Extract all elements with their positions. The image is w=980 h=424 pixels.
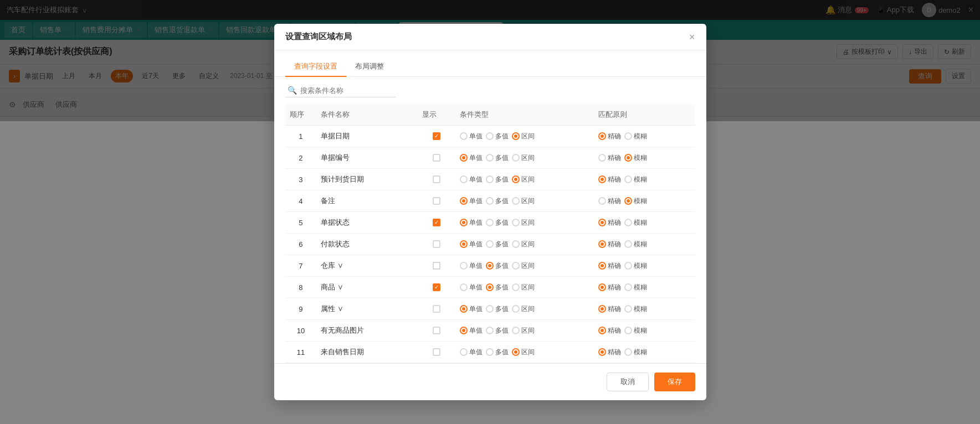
- modal-tab-layout[interactable]: 布局调整: [346, 57, 393, 77]
- col-header-name: 条件名称: [316, 104, 417, 121]
- modal-header: 设置查询区域布局 ×: [274, 24, 706, 50]
- modal-table: 顺序 条件名称 显示 条件类型 匹配原则 1单据日期单值多值区间精确模糊2单据编…: [285, 104, 695, 121]
- col-header-match: 匹配原则: [594, 104, 695, 121]
- modal-dialog: 设置查询区域布局 × 查询字段设置 布局调整 🔍 顺序: [274, 24, 706, 121]
- col-header-show: 显示: [418, 104, 455, 121]
- search-icon: 🔍: [288, 86, 297, 95]
- modal-close-btn[interactable]: ×: [689, 32, 695, 42]
- modal-table-wrap: 顺序 条件名称 显示 条件类型 匹配原则 1单据日期单值多值区间精确模糊2单据编…: [274, 104, 706, 121]
- modal-search-area: 🔍: [274, 77, 706, 104]
- search-input[interactable]: [300, 86, 389, 95]
- modal-table-header-row: 顺序 条件名称 显示 条件类型 匹配原则: [285, 104, 695, 121]
- modal-title: 设置查询区域布局: [285, 32, 352, 42]
- search-wrap: 🔍: [285, 84, 396, 97]
- col-header-type: 条件类型: [455, 104, 594, 121]
- modal-tab-query-fields[interactable]: 查询字段设置: [285, 57, 346, 77]
- col-header-order: 顺序: [285, 104, 317, 121]
- modal-tabs: 查询字段设置 布局调整: [274, 50, 706, 77]
- modal-overlay: 设置查询区域布局 × 查询字段设置 布局调整 🔍 顺序: [0, 0, 980, 121]
